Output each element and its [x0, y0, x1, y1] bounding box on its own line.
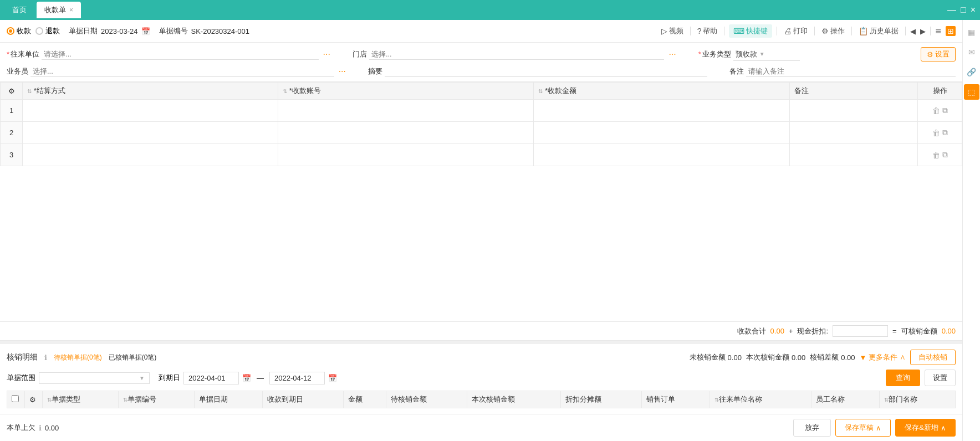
staff-more-icon[interactable]: ··· — [339, 66, 346, 76]
sidebar-icon-table[interactable]: ▦ — [964, 24, 979, 40]
summary-input[interactable] — [385, 66, 707, 77]
store-input[interactable] — [369, 49, 665, 60]
print-btn[interactable]: 🖨 打印 — [782, 25, 810, 37]
info-icon[interactable]: ℹ — [44, 353, 47, 362]
date-from-input[interactable] — [183, 372, 239, 384]
settings-button[interactable]: ⚙ 设置 — [921, 47, 956, 61]
pending-tab[interactable]: 待核销单据(0笔) — [54, 353, 102, 362]
video-btn[interactable]: ▷ 视频 — [659, 25, 686, 37]
cell-amount-2[interactable] — [534, 122, 789, 144]
next-record-icon[interactable]: ▶ — [920, 27, 926, 35]
select-all-checkbox[interactable] — [12, 395, 19, 402]
settings-button-2[interactable]: 设置 — [925, 370, 956, 386]
save-new-button[interactable]: 保存&新增 ∧ — [895, 419, 956, 437]
uncancelled-stat: 未核销金额 0.00 — [690, 352, 742, 362]
reconcile-table-area: ⚙ ⇅单据类型 ⇅单据编号 单据日期 收款到期日 金额 待核销金额 本次核销金额 — [7, 391, 956, 408]
copy-icon-3[interactable]: ⧉ — [942, 150, 948, 160]
bill-limit-icon[interactable]: ℹ — [39, 424, 42, 432]
shortcut-btn[interactable]: ⌨ 快捷键 — [729, 24, 772, 38]
bill-date-calendar-icon[interactable]: 📅 — [141, 27, 150, 35]
tab-close-icon[interactable]: × — [69, 6, 73, 14]
staff-input[interactable] — [30, 66, 334, 77]
cell-action-3: 🗑 ⧉ — [918, 144, 962, 166]
refund-radio[interactable]: 退款 — [35, 26, 60, 36]
auto-reconcile-button[interactable]: 自动核销 — [910, 350, 956, 365]
refund-radio-label: 退款 — [45, 26, 60, 36]
cell-settlement-1[interactable] — [23, 100, 278, 122]
partner-input[interactable] — [42, 49, 318, 60]
tab-active[interactable]: 收款单 × — [37, 2, 81, 18]
cell-note-2[interactable] — [789, 122, 917, 144]
right-sidebar: ▦ ✉ 🔗 ⬚ — [962, 20, 980, 441]
cell-settlement-2[interactable] — [23, 122, 278, 144]
equals-sign: = — [892, 327, 897, 335]
delete-icon-3[interactable]: 🗑 — [932, 151, 940, 160]
window-minimize-icon[interactable]: — — [947, 5, 956, 15]
sort-icon-no: ⇅ — [123, 397, 127, 403]
settings-col-header[interactable]: ⚙ — [1, 83, 23, 100]
range-chevron-icon: ▼ — [139, 375, 145, 381]
cell-note-1[interactable] — [789, 100, 917, 122]
table-scroll[interactable]: ⚙ ⇅ *结算方式 ⇅ *收款账号 ⇅ *收款金额 — [0, 82, 962, 321]
cell-account-3[interactable] — [278, 144, 534, 166]
sort-icon-account: ⇅ — [283, 88, 287, 94]
rec-col-date: 单据日期 — [195, 391, 263, 408]
note-input[interactable] — [746, 66, 956, 77]
list-view-icon[interactable]: ≡ — [935, 25, 941, 37]
help-btn[interactable]: ? 帮助 — [695, 25, 720, 37]
window-close-icon[interactable]: × — [971, 5, 976, 15]
store-more-icon[interactable]: ··· — [668, 49, 676, 59]
divider-3 — [777, 27, 777, 35]
reconcile-header-row: ⚙ ⇅单据类型 ⇅单据编号 单据日期 收款到期日 金额 待核销金额 本次核销金额 — [7, 391, 956, 408]
tab-home[interactable]: 首页 — [4, 2, 34, 18]
video-icon: ▷ — [661, 27, 667, 35]
payment-type-group: 收款 退款 — [7, 26, 60, 36]
col-amount: ⇅ *收款金额 — [534, 83, 789, 100]
rec-settings-col[interactable]: ⚙ — [25, 391, 43, 408]
cell-amount-1[interactable] — [534, 100, 789, 122]
receipt-radio[interactable]: 收款 — [7, 26, 31, 36]
help-label: 帮助 — [703, 26, 717, 36]
col-settlement: ⇅ *结算方式 — [23, 83, 278, 100]
done-tab[interactable]: 已核销单据(0笔) — [109, 353, 157, 362]
partner-more-icon[interactable]: ··· — [323, 49, 330, 59]
calendar-from-icon[interactable]: 📅 — [242, 374, 251, 382]
grid-view-icon[interactable]: ⊞ — [946, 26, 956, 36]
more-conditions-btn[interactable]: ▼ 更多条件 ∧ — [860, 352, 906, 362]
table-row: 3 🗑 ⧉ — [1, 144, 962, 166]
sidebar-icon-layout[interactable]: ⬚ — [964, 84, 979, 100]
shortcut-icon: ⌨ — [733, 27, 744, 35]
cell-action-2: 🗑 ⧉ — [918, 122, 962, 144]
delete-icon-1[interactable]: 🗑 — [932, 106, 940, 115]
rec-col-amount: 金额 — [344, 391, 386, 408]
delete-icon-2[interactable]: 🗑 — [932, 129, 940, 137]
table-footer: 收款合计 0.00 + 现金折扣: = 可核销金额 0.00 — [0, 321, 962, 340]
window-maximize-icon[interactable]: □ — [961, 5, 966, 15]
discount-input[interactable] — [833, 325, 888, 337]
sidebar-icon-message[interactable]: ✉ — [964, 44, 979, 60]
cell-note-3[interactable] — [789, 144, 917, 166]
calendar-to-icon[interactable]: 📅 — [328, 374, 337, 382]
cell-amount-3[interactable] — [534, 144, 789, 166]
business-type-select[interactable]: 预收款 ▼ — [733, 48, 800, 61]
sidebar-icon-attachment[interactable]: 🔗 — [964, 64, 979, 80]
cell-settlement-3[interactable] — [23, 144, 278, 166]
cell-account-2[interactable] — [278, 122, 534, 144]
action-cell-3: 🗑 ⧉ — [922, 150, 957, 160]
copy-icon-2[interactable]: ⧉ — [942, 128, 948, 137]
range-select[interactable]: ▼ — [39, 372, 150, 384]
query-button[interactable]: 查询 — [886, 370, 920, 386]
draft-button[interactable]: 保存草稿 ∧ — [835, 419, 891, 437]
cell-account-1[interactable] — [278, 100, 534, 122]
table-section: ⚙ ⇅ *结算方式 ⇅ *收款账号 ⇅ *收款金额 — [0, 82, 962, 341]
copy-icon-1[interactable]: ⧉ — [942, 106, 948, 115]
prev-record-icon[interactable]: ◀ — [910, 27, 916, 35]
date-to-input[interactable] — [269, 372, 325, 384]
reconcile-stats: 未核销金额 0.00 本次核销金额 0.00 核销差额 0.00 ▼ 更多条件 … — [690, 350, 956, 365]
filter-buttons: 查询 设置 — [886, 370, 956, 386]
draft-arrow-icon: ∧ — [876, 424, 881, 432]
reconcile-table: ⚙ ⇅单据类型 ⇅单据编号 单据日期 收款到期日 金额 待核销金额 本次核销金额 — [7, 391, 956, 408]
abandon-button[interactable]: 放弃 — [793, 419, 831, 437]
history-btn[interactable]: 📋 历史单据 — [856, 25, 901, 37]
operation-btn[interactable]: ⚙ 操作 — [819, 25, 847, 37]
